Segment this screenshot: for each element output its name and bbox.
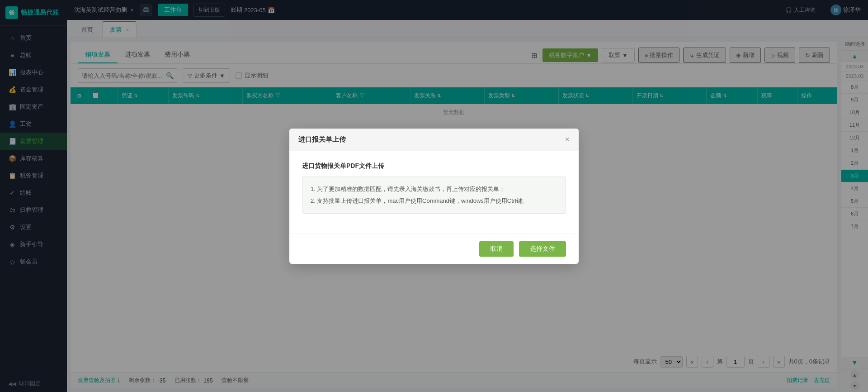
- modal-header: 进口报关单上传 ×: [289, 129, 579, 151]
- modal-overlay[interactable]: 进口报关单上传 × 进口货物报关单PDF文件上传 1. 为了更加精准的数据匹配，…: [0, 0, 868, 392]
- modal-notice-item-1: 1. 为了更加精准的数据匹配，请先录入海关缴款书，再上传对应的报关单；: [311, 183, 557, 195]
- modal-title: 进口报关单上传: [298, 135, 346, 144]
- modal-section-title: 进口货物报关单PDF文件上传: [302, 162, 566, 170]
- modal-cancel-button[interactable]: 取消: [479, 241, 514, 257]
- import-customs-modal: 进口报关单上传 × 进口货物报关单PDF文件上传 1. 为了更加精准的数据匹配，…: [289, 129, 579, 264]
- modal-notice-box: 1. 为了更加精准的数据匹配，请先录入海关缴款书，再上传对应的报关单； 2. 支…: [302, 177, 566, 214]
- modal-footer: 取消 选择文件: [289, 234, 579, 264]
- modal-body: 进口货物报关单PDF文件上传 1. 为了更加精准的数据匹配，请先录入海关缴款书，…: [289, 151, 579, 234]
- modal-notice-item-2: 2. 支持批量上传进口报关单，mac用户使用Command键，windows用户…: [311, 195, 557, 207]
- modal-close-button[interactable]: ×: [565, 135, 570, 144]
- modal-select-file-button[interactable]: 选择文件: [519, 241, 566, 257]
